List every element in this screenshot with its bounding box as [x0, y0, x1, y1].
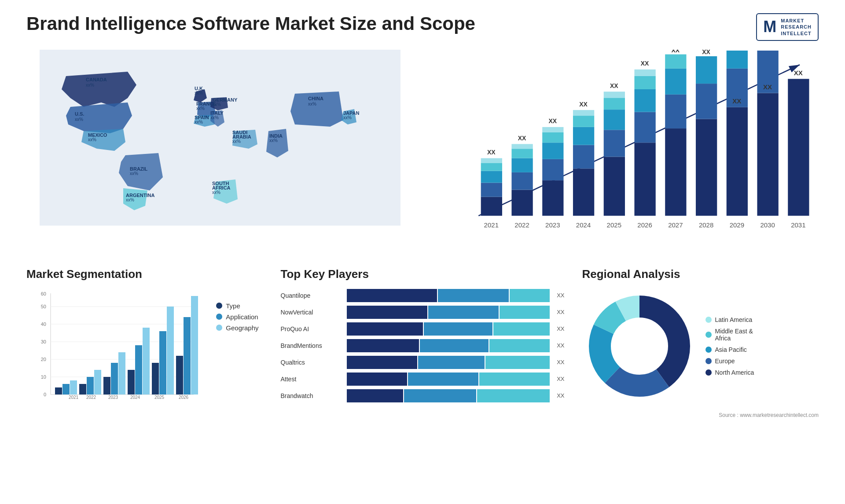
svg-rect-47 — [542, 159, 563, 180]
logo-text: MARKET RESEARCH INTELLECT — [781, 18, 812, 37]
svg-rect-66 — [634, 89, 655, 112]
svg-text:2024: 2024 — [576, 221, 591, 229]
key-players-title: Top Key Players — [281, 267, 565, 281]
svg-rect-60 — [604, 110, 625, 130]
svg-text:XX: XX — [610, 82, 618, 89]
svg-rect-61 — [604, 98, 625, 110]
svg-point-143 — [615, 322, 664, 370]
svg-rect-38 — [481, 158, 502, 163]
svg-rect-135 — [184, 317, 191, 394]
legend-type: Type — [216, 302, 258, 310]
svg-rect-64 — [634, 142, 655, 215]
regional-legend-latin: Latin America — [705, 316, 754, 323]
svg-text:xx%: xx% — [308, 102, 316, 106]
svg-rect-55 — [573, 116, 594, 127]
svg-rect-130 — [152, 363, 159, 394]
svg-text:CANADA: CANADA — [86, 77, 107, 82]
svg-text:2028: 2028 — [699, 221, 713, 229]
svg-text:2023: 2023 — [108, 395, 118, 400]
svg-text:xx%: xx% — [126, 197, 134, 202]
svg-rect-43 — [511, 149, 533, 158]
regional-container: Latin America Middle East &Africa Asia P… — [582, 289, 819, 403]
player-xx: XX — [557, 309, 564, 315]
player-row-quantilope: Quantilope XX — [281, 289, 565, 302]
svg-rect-52 — [573, 168, 594, 215]
player-name: BrandMentions — [281, 342, 342, 349]
bar-chart-area: XX XX XX XX — [431, 50, 819, 250]
svg-text:xx%: xx% — [212, 190, 220, 195]
svg-text:XX: XX — [579, 101, 588, 108]
svg-text:2021: 2021 — [484, 221, 499, 229]
player-bar — [347, 389, 550, 402]
svg-rect-127 — [135, 345, 142, 394]
latin-dot — [705, 317, 712, 323]
svg-rect-131 — [159, 331, 166, 394]
svg-rect-37 — [481, 163, 502, 171]
svg-text:2026: 2026 — [637, 221, 652, 229]
svg-text:xx%: xx% — [86, 83, 94, 88]
europe-dot — [705, 358, 712, 364]
segmentation-chart: 0 10 20 30 40 50 60 — [26, 289, 238, 412]
svg-text:XX: XX — [518, 135, 526, 142]
svg-rect-122 — [103, 377, 110, 394]
svg-rect-42 — [511, 158, 533, 172]
svg-text:2026: 2026 — [179, 395, 189, 400]
svg-rect-126 — [128, 370, 135, 394]
svg-rect-132 — [167, 307, 174, 394]
svg-text:XX: XX — [672, 50, 680, 54]
legend-app-dot — [216, 314, 222, 320]
player-name: Qualtrics — [281, 359, 342, 366]
svg-text:30: 30 — [41, 339, 46, 344]
svg-rect-68 — [634, 69, 655, 76]
svg-text:20: 20 — [41, 357, 46, 362]
svg-rect-65 — [634, 112, 655, 142]
svg-rect-76 — [696, 84, 717, 119]
svg-text:2029: 2029 — [730, 221, 744, 229]
svg-text:xx%: xx% — [210, 115, 219, 120]
regional-area: Regional Analysis — [582, 267, 819, 418]
svg-text:CHINA: CHINA — [308, 96, 323, 101]
player-bar — [347, 373, 550, 386]
svg-rect-50 — [542, 127, 563, 132]
svg-rect-119 — [87, 377, 94, 394]
player-xx: XX — [557, 325, 564, 332]
svg-text:XX: XX — [702, 50, 710, 55]
svg-text:2031: 2031 — [791, 221, 805, 229]
player-row-nowvertical: NowVertical XX — [281, 306, 565, 319]
svg-text:2024: 2024 — [130, 395, 140, 400]
mea-dot — [705, 332, 712, 338]
svg-text:xx%: xx% — [130, 171, 138, 176]
player-name: Quantilope — [281, 292, 342, 299]
svg-rect-67 — [634, 76, 655, 89]
svg-text:xx%: xx% — [75, 117, 83, 122]
svg-text:xx%: xx% — [195, 91, 203, 95]
svg-rect-46 — [542, 180, 563, 215]
world-map: CANADA xx% U.S. xx% MEXICO xx% BRAZIL xx… — [26, 50, 414, 226]
svg-rect-79 — [727, 107, 748, 216]
svg-text:60: 60 — [41, 291, 46, 296]
svg-text:2027: 2027 — [668, 221, 683, 229]
legend-app-label: Application — [226, 313, 258, 321]
latin-label: Latin America — [715, 316, 753, 323]
svg-text:XX: XX — [549, 117, 557, 124]
svg-text:2025: 2025 — [154, 395, 165, 400]
player-bar — [347, 339, 550, 352]
regional-legend-mea: Middle East &Africa — [705, 328, 754, 342]
regional-title: Regional Analysis — [582, 267, 819, 281]
mea-label: Middle East &Africa — [715, 328, 753, 342]
player-row-brandmentions: BrandMentions XX — [281, 339, 565, 352]
svg-rect-58 — [604, 157, 625, 215]
svg-rect-40 — [511, 190, 533, 215]
player-xx: XX — [557, 342, 564, 349]
svg-text:2025: 2025 — [607, 221, 621, 229]
svg-rect-73 — [665, 54, 686, 68]
key-players-area: Top Key Players Quantilope XX NowVertica… — [281, 267, 565, 418]
svg-rect-75 — [696, 119, 717, 215]
regional-legend: Latin America Middle East &Africa Asia P… — [705, 316, 754, 376]
top-section: CANADA xx% U.S. xx% MEXICO xx% BRAZIL xx… — [26, 50, 819, 250]
player-xx: XX — [557, 292, 564, 299]
svg-text:xx%: xx% — [232, 139, 241, 144]
svg-text:10: 10 — [41, 374, 46, 380]
svg-rect-49 — [542, 132, 563, 143]
regional-legend-apac: Asia Pacific — [705, 346, 754, 353]
